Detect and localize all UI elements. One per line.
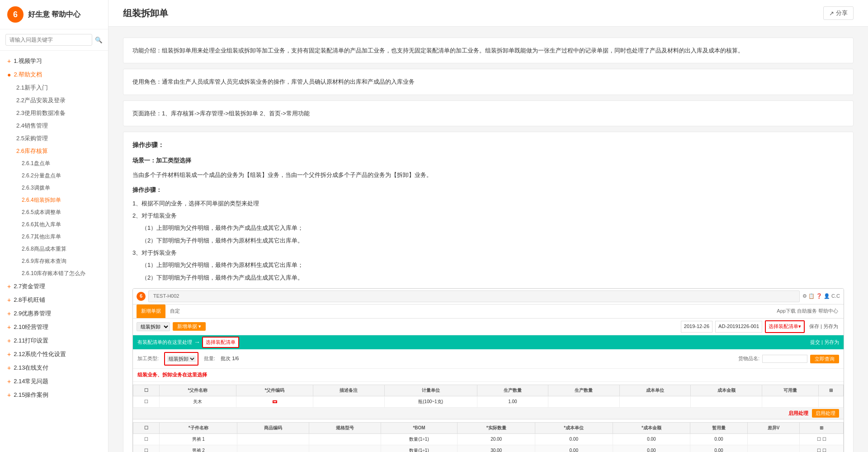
sidebar-item-print[interactable]: + 2.11打印设置 <box>0 334 108 347</box>
sidebar-item-newbie[interactable]: 2.1新手入门 <box>0 81 108 94</box>
ltd-bom: 数量(1÷1) <box>381 434 458 445</box>
table-row: ☐ 男裤 1 数量(1÷1) 20.00 0.00 0.00 0.00 ☐ <box>133 434 844 445</box>
ltd-camt: 0.00 <box>613 434 690 445</box>
sidebar-item-other-out[interactable]: 2.6.7其他出库单 <box>0 231 108 243</box>
docs-sub: 2.1新手入门 2.2产品安装及登录 2.3使用前数据准备 2.4销售管理 2.… <box>0 81 108 280</box>
sidebar-item-cases[interactable]: + 2.15操作案例 <box>0 388 108 402</box>
sidebar-item-sales[interactable]: 2.4销售管理 <box>0 119 108 132</box>
ltd-qty: 20.00 <box>458 434 535 445</box>
th-desc: 描述备注 <box>313 385 385 396</box>
ltd-diff <box>747 434 800 445</box>
steps-title: 操作步骤： <box>132 139 844 151</box>
sidebar-item-personalize[interactable]: + 2.12系统个性化设置 <box>0 347 108 361</box>
step2-1: （1）上部明细为父件明细，最终作为产成品生成其它入库单； <box>142 223 844 233</box>
role-text: 使用角色：通常由生产人员或库管人员完成拆装业务的操作，库管人员确认原材料的出库和… <box>132 78 415 85</box>
share-button[interactable]: ↗ 分享 <box>823 6 854 20</box>
ltd-check: ☐ <box>133 445 160 452</box>
ltd-name: 男裤 2 <box>160 445 237 452</box>
search-bar: 🔍 <box>0 29 108 51</box>
sidebar-item-label: 2.8手机旺铺 <box>14 296 45 304</box>
sidebar-item-label: 2.10经营管理 <box>14 323 48 331</box>
mock-logo: 6 <box>137 292 146 301</box>
lth-diff: 差异V <box>747 423 800 434</box>
logo-icon: 6 <box>7 6 24 23</box>
step2: 2、对于组装业务 <box>132 210 844 221</box>
sidebar-nav: + 1.视频学习 ● 2.帮助文档 2.1新手入门 2.2产品安装及登录 2.3… <box>0 51 108 452</box>
mock-select-template[interactable]: 选择装配清单▾ <box>765 320 805 333</box>
sidebar-item-cost-adj[interactable]: 2.6.5成本调整单 <box>0 206 108 219</box>
sidebar-item-cost-recalc[interactable]: 2.6.8商品成本重算 <box>0 243 108 255</box>
mock-screenshot: 6 TEST-H002 ⚙ 📋 ❓ 👤 C.C 新增单据 自定 App下载 自助… <box>132 288 844 452</box>
sidebar-item-faq[interactable]: + 2.14常见问题 <box>0 375 108 388</box>
mock-toolbar: 库存核算 组装拆卸 新增单据 ▾ 2019-12-26 AD-20191226-… <box>133 319 844 335</box>
mock-actions: 保存 | 另存为 <box>807 321 840 332</box>
sidebar-item-payment[interactable]: + 2.13在线支付 <box>0 361 108 375</box>
sidebar-item-label: 2.11打印设置 <box>14 337 48 345</box>
td-op <box>819 396 844 407</box>
sidebar-item-other-in[interactable]: 2.6.6其他入库单 <box>0 219 108 231</box>
sidebar-item-money[interactable]: + 2.7资金管理 <box>0 280 108 293</box>
path-block: 页面路径：1、库存核算->库存管理->组装拆卸单 2、首页->常用功能 <box>123 100 854 126</box>
td-unit: 瓶(100~1克) <box>384 396 477 407</box>
mock-annotation-text: 有装配清单的在这里处理 <box>137 338 192 347</box>
mock-search-area: 货物品名: 立即查询 <box>738 354 839 363</box>
sidebar-item-zuzhuang[interactable]: 2.6.4组装拆卸单 <box>0 194 108 206</box>
sidebar-item-purchase[interactable]: 2.5采购管理 <box>0 132 108 145</box>
table-row: ☐ 关木 瓶(100~1克) 1.00 <box>133 396 844 407</box>
td-desc <box>313 396 385 407</box>
mock-tab-new[interactable]: 新增单据 <box>137 305 165 318</box>
share-icon: ↗ <box>829 10 834 17</box>
sidebar-item-data-prep[interactable]: 2.3使用前数据准备 <box>0 107 108 119</box>
mock-type-select[interactable]: 库存核算 组装拆卸 <box>137 322 170 331</box>
sidebar-item-video[interactable]: + 1.视频学习 <box>0 54 108 68</box>
sidebar-item-diaobuo[interactable]: 2.6.3调拨单 <box>0 182 108 194</box>
expand-icon: + <box>7 296 11 304</box>
ltd-name: 男裤 1 <box>160 434 237 445</box>
mock-form-type-select[interactable]: 组装拆卸 拆卸 <box>167 356 196 362</box>
lth-child-name: *子件名称 <box>160 423 237 434</box>
mock-form-qty-label: 批量: <box>204 354 215 363</box>
scenario1-title: 场景一：加工类型选择 <box>132 155 844 166</box>
mock-tab-custom[interactable]: 自定 <box>165 305 184 318</box>
sidebar-item-install[interactable]: 2.2产品安装及登录 <box>0 94 108 107</box>
sidebar-item-pandian[interactable]: 2.6.1盘点单 <box>0 157 108 170</box>
search-input[interactable] <box>5 34 92 46</box>
th-parent-name: *父件名称 <box>159 385 236 396</box>
sidebar-item-label: 2.12系统个性化设置 <box>14 350 66 358</box>
sidebar-item-label: 1.视频学习 <box>14 57 42 65</box>
sidebar-item-account-query[interactable]: 2.6.9库存账本查询 <box>0 255 108 267</box>
ltd-bom: 数量(1÷1) <box>381 445 458 452</box>
sidebar-item-ops[interactable]: + 2.10经营管理 <box>0 320 108 334</box>
mock-search-input[interactable] <box>762 355 807 363</box>
mock-btn-select-list[interactable]: 选择装配清单 <box>202 337 239 348</box>
steps-intro: 操作步骤： <box>132 185 844 195</box>
sidebar-item-label: 2.帮助文档 <box>14 71 42 79</box>
main-content: 组装拆卸单 ↗ 分享 功能介绍：组装拆卸单用来处理企业组装或拆卸等加工业务，支持… <box>108 0 868 452</box>
lth-bom: *BOM <box>381 423 458 434</box>
sidebar-item-docs[interactable]: ● 2.帮助文档 <box>0 68 108 81</box>
mock-enable-btn[interactable]: 启用处理 <box>812 409 839 418</box>
lth-temp-qty: 暂用量 <box>690 423 747 434</box>
sidebar-item-coupon[interactable]: + 2.9优惠券管理 <box>0 307 108 320</box>
ltd-spec <box>309 434 381 445</box>
th-prod-qty: 生产数量 <box>477 385 548 396</box>
mock-btn-add[interactable]: 新增单据 ▾ <box>173 322 206 331</box>
search-button[interactable]: 🔍 <box>95 37 103 43</box>
sidebar-item-account-error[interactable]: 2.6.10库存账本错了怎么办 <box>0 267 108 280</box>
expand-icon: + <box>7 310 11 317</box>
mock-arrow: → <box>194 337 200 348</box>
th-checkbox: ☐ <box>133 385 160 396</box>
th-parent-code: *父件编码 <box>236 385 313 396</box>
sidebar-item-fenpandian[interactable]: 2.6.2分量盘点单 <box>0 170 108 182</box>
mock-lower-table: ☐ *子件名称 商品编码 规格型号 *BOM *实际数量 *成本单位 *成本金额… <box>133 422 844 452</box>
th-prod-qty2: 生产数量 <box>548 385 620 396</box>
content-area: 功能介绍：组装拆卸单用来处理企业组装或拆卸等加工业务，支持有固定装配清单的产品加… <box>108 27 868 452</box>
sidebar-item-inventory[interactable]: 2.6库存核算 <box>0 145 108 157</box>
th-unit: 计量单位 <box>384 385 477 396</box>
ltd-code <box>237 445 309 452</box>
sidebar-item-mobile[interactable]: + 2.8手机旺铺 <box>0 293 108 307</box>
mock-search-label: 货物品名: <box>738 354 760 363</box>
mock-search-btn[interactable]: 立即查询 <box>810 355 839 363</box>
mock-form: 加工类型: 组装拆卸 拆卸 批量: 批次 1/6 货物品名: 立即查询 <box>133 349 844 368</box>
ltd-op: ☐ ☐ <box>800 445 844 452</box>
